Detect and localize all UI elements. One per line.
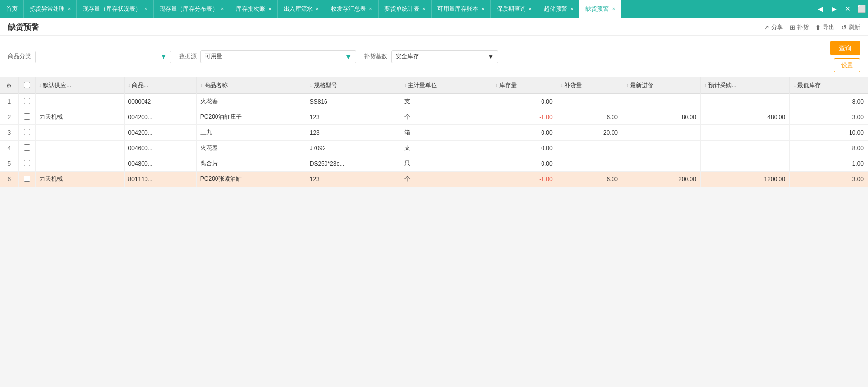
tab-stock-status[interactable]: 现存量（库存状况表） ×: [77, 0, 153, 18]
th-restock[interactable]: 补货量: [557, 77, 622, 94]
cell-unit: 箱: [400, 125, 491, 141]
cell-checkbox[interactable]: [18, 141, 35, 156]
th-est-purchase[interactable]: 预计采购...: [700, 77, 789, 94]
cell-min-stock: 3.00: [789, 109, 868, 125]
cell-stock: -1.00: [491, 109, 557, 125]
tab-shortage[interactable]: 缺货预警 ×: [579, 0, 621, 18]
cell-supplier: 力天机械: [35, 109, 124, 125]
cell-stock: 0.00: [491, 141, 557, 156]
cell-latest-price: [622, 94, 700, 109]
th-gear[interactable]: ⚙: [0, 77, 18, 94]
tab-requisition-close[interactable]: ×: [422, 6, 425, 12]
cell-code: 004800...: [124, 156, 196, 172]
cell-checkbox[interactable]: [18, 125, 35, 141]
cell-code: 004600...: [124, 141, 196, 156]
tab-summary-close[interactable]: ×: [369, 6, 372, 12]
cell-min-stock: 8.00: [789, 141, 868, 156]
row-checkbox[interactable]: [24, 176, 30, 182]
cell-latest-price: [622, 156, 700, 172]
cell-checkbox[interactable]: [18, 109, 35, 125]
tab-stock-dist[interactable]: 现存量（库存分布表） ×: [154, 0, 230, 18]
table-row: 2 力天机械 004200... PC200油缸庄子 123 个 -1.00 6…: [0, 109, 868, 125]
select-all-checkbox[interactable]: [24, 82, 30, 88]
cell-restock: 20.00: [557, 125, 622, 141]
tab-inout[interactable]: 出入库流水 ×: [278, 0, 325, 18]
tab-maximize-btn[interactable]: ⬜: [854, 0, 868, 18]
cell-supplier: [35, 156, 124, 172]
tab-home[interactable]: 首页: [0, 0, 24, 18]
th-min-stock[interactable]: 最低库存: [789, 77, 868, 94]
tab-requisition[interactable]: 要货单统计表 ×: [379, 0, 432, 18]
settings-btn[interactable]: 设置: [834, 58, 860, 72]
datasource-select[interactable]: 可用量 ▼: [200, 50, 356, 63]
base-select[interactable]: 安全库存 ▼: [391, 50, 498, 63]
th-latest-price[interactable]: 最新进价: [622, 77, 700, 94]
tab-inout-close[interactable]: ×: [316, 6, 319, 12]
tab-batch-close[interactable]: ×: [268, 6, 271, 12]
cell-min-stock: 1.00: [789, 156, 868, 172]
cell-code: 0000042: [124, 94, 196, 109]
restock-icon: ⊞: [790, 24, 795, 31]
th-stock[interactable]: 库存量: [491, 77, 557, 94]
category-select[interactable]: ▼: [35, 51, 171, 63]
tab-summary[interactable]: 收发存汇总表 ×: [325, 0, 378, 18]
tab-exception-close[interactable]: ×: [68, 6, 71, 12]
tab-batch[interactable]: 库存批次账 ×: [230, 0, 277, 18]
filter-right: 查询 设置: [830, 41, 860, 72]
cell-latest-price: [622, 125, 700, 141]
th-code[interactable]: 商品...: [124, 77, 196, 94]
tab-stock-dist-close[interactable]: ×: [221, 6, 224, 12]
tab-next-btn[interactable]: ▶: [827, 0, 841, 18]
cell-unit: 支: [400, 94, 491, 109]
share-btn[interactable]: ↗ 分享: [764, 23, 783, 32]
cell-unit: 只: [400, 156, 491, 172]
cell-checkbox[interactable]: [18, 94, 35, 109]
row-checkbox[interactable]: [24, 160, 30, 166]
th-supplier[interactable]: 默认供应...: [35, 77, 124, 94]
cell-est-purchase: [700, 141, 789, 156]
cell-spec: 123: [306, 125, 400, 141]
cell-min-stock: 3.00: [789, 172, 868, 187]
row-checkbox[interactable]: [24, 129, 30, 135]
cell-name: PC200油缸庄子: [196, 109, 306, 125]
cell-spec: DS250*23c...: [306, 156, 400, 172]
row-checkbox[interactable]: [24, 144, 30, 151]
table-row: 4 004600... 火花塞 J7092 支 0.00 8.00: [0, 141, 868, 156]
tab-expiry[interactable]: 保质期查询 ×: [491, 0, 538, 18]
cell-unit: 支: [400, 141, 491, 156]
page-content: 缺货预警 ↗ 分享 ⊞ 补货 ⬆ 导出 ↺ 刷新 商品分类: [0, 18, 868, 187]
th-unit[interactable]: 主计量单位: [400, 77, 491, 94]
row-checkbox[interactable]: [24, 98, 30, 104]
tab-expiry-close[interactable]: ×: [529, 6, 532, 12]
tab-available[interactable]: 可用量库存账本 ×: [432, 0, 490, 18]
cell-name: PC200张紧油缸: [196, 172, 306, 187]
export-btn[interactable]: ⬆ 导出: [815, 23, 834, 32]
restock-btn[interactable]: ⊞ 补货: [790, 23, 809, 32]
tab-exception[interactable]: 拣货异常处理 ×: [24, 0, 77, 18]
tab-close-btn[interactable]: ✕: [841, 0, 854, 18]
cell-seq: 5: [0, 156, 18, 172]
tab-shortage-close[interactable]: ×: [612, 6, 615, 12]
tab-available-close[interactable]: ×: [481, 6, 484, 12]
datasource-chevron-icon: ▼: [345, 53, 352, 61]
refresh-btn[interactable]: ↺ 刷新: [841, 23, 860, 32]
cell-stock: 0.00: [491, 156, 557, 172]
row-checkbox[interactable]: [24, 113, 30, 120]
cell-spec: J7092: [306, 141, 400, 156]
tab-stock-status-close[interactable]: ×: [144, 6, 147, 12]
cell-restock: 6.00: [557, 109, 622, 125]
cell-checkbox[interactable]: [18, 172, 35, 187]
cell-est-purchase: [700, 94, 789, 109]
cell-checkbox[interactable]: [18, 156, 35, 172]
query-btn[interactable]: 查询: [830, 41, 860, 55]
gear-icon[interactable]: ⚙: [6, 82, 12, 89]
th-spec[interactable]: 规格型号: [306, 77, 400, 94]
table-row: 6 力天机械 801110... PC200张紧油缸 123 个 -1.00 6…: [0, 172, 868, 187]
cell-name: 火花塞: [196, 94, 306, 109]
tab-prev-btn[interactable]: ◀: [814, 0, 827, 18]
th-name[interactable]: 商品名称: [196, 77, 306, 94]
tab-overstock-close[interactable]: ×: [570, 6, 573, 12]
cell-restock: 6.00: [557, 172, 622, 187]
tab-overstock[interactable]: 超储预警 ×: [538, 0, 579, 18]
cell-code: 004200...: [124, 109, 196, 125]
